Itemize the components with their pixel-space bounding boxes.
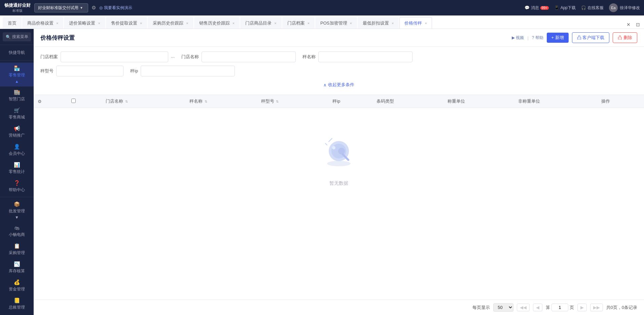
retail-stats-icon: 📊 <box>14 162 20 168</box>
tab-pos-management[interactable]: POS加密管理 × <box>315 17 357 29</box>
sidebar-item-wholesale-mgmt[interactable]: 📦 批发管理 ▼ <box>0 199 34 222</box>
content-area: 价格传秤设置 ▶ 视频 | ? 帮助 + 新增 凸 客户端下载 凸 <box>34 29 644 315</box>
scale-ip-label: 秤ip <box>130 68 138 74</box>
tab-sell-history[interactable]: 销售历史价跟踪 × <box>194 17 240 29</box>
prev-page-button[interactable]: ◀ <box>533 304 542 311</box>
page-number-input[interactable] <box>551 304 568 311</box>
online-service-label: 在线客服 <box>587 5 604 11</box>
inventory-icon: 📉 <box>14 261 20 267</box>
quick-nav-label: 快捷导航 <box>9 50 25 55</box>
close-tab-button[interactable]: ✕ <box>625 21 632 29</box>
sidebar-item-xiaochang-ecom[interactable]: 🛍 小畅电商 <box>0 222 34 240</box>
sidebar-item-member-center[interactable]: 👤 会员中心 <box>0 141 34 159</box>
tab-sell-price[interactable]: 售价提取设置 × <box>106 17 147 29</box>
quick-nav-button[interactable]: 快捷导航 <box>0 48 34 58</box>
close-icon[interactable]: × <box>392 21 394 25</box>
add-button[interactable]: + 新增 <box>547 33 569 43</box>
version-selector[interactable]: 好业财标准版交付试用 ▾ <box>34 3 88 12</box>
scale-name-input[interactable] <box>318 51 413 62</box>
sort-icon[interactable]: ⇅ <box>125 100 128 103</box>
search-menu-button[interactable]: 🔍 搜索菜单 <box>3 32 31 41</box>
scale-ip-input[interactable] <box>141 66 235 76</box>
tab-home[interactable]: 首页 <box>3 17 22 29</box>
service-icon: 🎧 <box>581 5 586 10</box>
col-scale-model: 秤型号 ⇅ <box>257 95 329 108</box>
scale-model-input[interactable] <box>56 66 123 76</box>
close-icon[interactable]: × <box>232 21 235 25</box>
col-non-weight-unit: 非称重单位 <box>514 95 597 108</box>
sidebar-item-smart-store[interactable]: 🏬 智慧门店 <box>0 86 34 105</box>
sidebar-item-marketing[interactable]: 📢 营销推广 <box>0 123 34 141</box>
demo-button[interactable]: ◎ 我要看实例演示 <box>99 5 132 11</box>
table-header-row: ⚙ 门店名称 ⇅ 秤名称 ⇅ <box>34 95 644 108</box>
online-service-button[interactable]: 🎧 在线客服 <box>581 5 604 11</box>
settings-icon[interactable]: ⚙ <box>38 99 42 104</box>
tab-purchase-history[interactable]: 采购历史价跟踪 × <box>148 17 193 29</box>
close-icon[interactable]: × <box>140 21 142 25</box>
col-scale-name: 秤名称 ⇅ <box>185 95 257 108</box>
version-label: 好业财标准版交付试用 <box>38 5 78 11</box>
tab-store-profile[interactable]: 门店档案 × <box>282 17 315 29</box>
tab-price-setting-label: 商品价格设置 <box>27 20 53 26</box>
app-download-button[interactable]: 📱 App下载 <box>554 5 576 11</box>
filter-area: 门店档案 ··· 门店名称 秤名称 秤型号 <box>34 47 644 95</box>
empty-state: 暂无数据 <box>34 108 644 213</box>
tab-purchase-strategy[interactable]: 进价策略设置 × <box>64 17 105 29</box>
sidebar-item-general-ledger[interactable]: 📒 总账管理 <box>0 295 34 313</box>
sidebar: 🔍 搜索菜单 快捷导航 🏪 零售管理 ▲ 🏬 智慧门店 🛒 零售商城 <box>0 29 34 315</box>
sidebar-item-retail-mgmt[interactable]: 🏪 零售管理 ▲ <box>0 63 34 86</box>
user-info[interactable]: Ea 徐泽华修改 <box>609 3 640 12</box>
tab-price-setting[interactable]: 商品价格设置 × <box>22 17 63 29</box>
top-header: 畅捷通好业财 标准版 好业财标准版交付试用 ▾ ⚙ ◎ 我要看实例演示 💬 消息… <box>0 0 644 15</box>
video-link[interactable]: ▶ 视频 <box>512 35 524 41</box>
download-button[interactable]: 凸 客户端下载 <box>572 32 610 43</box>
last-page-button[interactable]: ▶▶ <box>590 304 603 311</box>
sidebar-item-inventory[interactable]: 📉 库存核算 <box>0 258 34 277</box>
first-page-button[interactable]: ◀◀ <box>517 304 530 311</box>
close-icon[interactable]: × <box>308 21 310 25</box>
messages-button[interactable]: 💬 消息 99+ <box>525 5 549 11</box>
tab-min-discount[interactable]: 最低折扣设置 × <box>358 17 399 29</box>
separator: | <box>527 35 528 40</box>
sidebar-item-invoice-mgmt[interactable]: 🧾 发票管理 <box>0 313 34 315</box>
empty-illustration <box>322 135 356 175</box>
select-all-checkbox[interactable] <box>71 99 76 103</box>
help-link[interactable]: ? 帮助 <box>532 35 543 41</box>
tab-store-catalog[interactable]: 门店商品目录 × <box>240 17 281 29</box>
sort-icon[interactable]: ⇅ <box>276 100 279 103</box>
sidebar-item-purchase-mgmt[interactable]: 📋 采购管理 <box>0 240 34 258</box>
ellipsis-icon[interactable]: ··· <box>171 55 175 60</box>
app-download-label: App下载 <box>561 5 576 11</box>
tab-home-label: 首页 <box>8 20 16 26</box>
sidebar-item-help-center[interactable]: ❓ 帮助中心 <box>0 177 34 196</box>
page-info: 算 页 <box>546 304 574 311</box>
next-page-button[interactable]: ▶ <box>577 304 587 311</box>
collapse-filter-button[interactable]: ∧ 收起更多条件 <box>317 80 361 90</box>
header-right: 💬 消息 99+ 📱 App下载 🎧 在线客服 Ea 徐泽华修改 <box>525 3 640 12</box>
sidebar-item-fund-mgmt[interactable]: 💰 资金管理 <box>0 277 34 295</box>
close-icon[interactable]: × <box>274 21 276 25</box>
close-icon[interactable]: × <box>186 21 188 25</box>
search-icon: 🔍 <box>6 35 11 39</box>
chevron-down-icon: ▼ <box>15 215 19 220</box>
tab-price-scale[interactable]: 价格传秤 × <box>399 17 432 29</box>
delete-button[interactable]: 凸 删除 <box>613 32 637 43</box>
sidebar-item-retail-stats[interactable]: 📊 零售统计 <box>0 159 34 177</box>
close-icon[interactable]: × <box>350 21 352 25</box>
sidebar-nav-area: 快捷导航 <box>0 45 34 61</box>
col-scale-ip: 秤ip <box>328 95 372 108</box>
sidebar-item-label: 零售管理 <box>9 72 25 78</box>
col-checkbox <box>67 95 102 108</box>
page-size-select[interactable]: 10 20 50 100 <box>493 303 513 312</box>
store-name-input[interactable] <box>202 51 296 62</box>
close-icon[interactable]: × <box>425 21 427 25</box>
close-icon[interactable]: × <box>98 21 100 25</box>
main-layout: 🔍 搜索菜单 快捷导航 🏪 零售管理 ▲ 🏬 智慧门店 🛒 零售商城 <box>0 29 644 315</box>
close-icon[interactable]: × <box>56 21 58 25</box>
gear-icon[interactable]: ⚙ <box>92 5 96 11</box>
sidebar-item-retail-mall[interactable]: 🛒 零售商城 <box>0 105 34 123</box>
chevron-down-icon: ▾ <box>80 5 82 10</box>
store-profile-input[interactable] <box>61 51 168 62</box>
maximize-tab-button[interactable]: ⊡ <box>635 21 641 29</box>
sort-icon[interactable]: ⇅ <box>205 100 207 103</box>
